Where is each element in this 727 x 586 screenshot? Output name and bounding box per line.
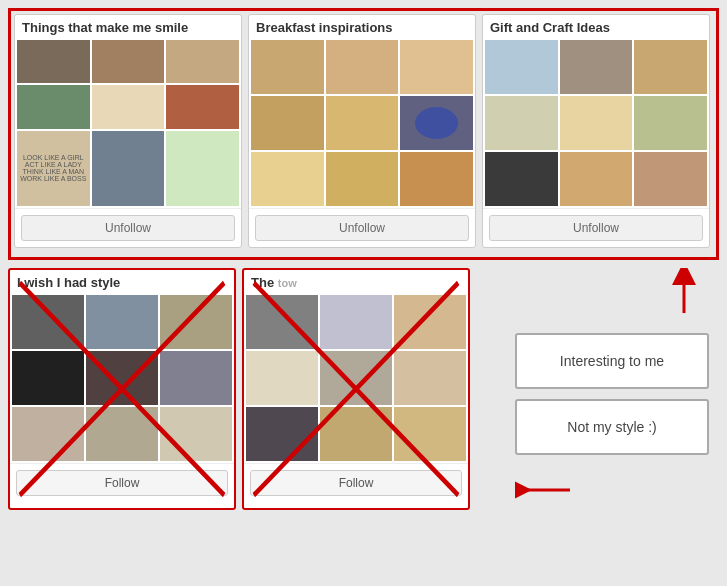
arrow-left-icon bbox=[515, 470, 575, 510]
top-row: Things that make me smile LOOK LIKE A GI… bbox=[14, 14, 713, 248]
image-cell bbox=[394, 295, 466, 349]
board-smile-title: Things that make me smile bbox=[15, 15, 241, 38]
board-the-title: The tow bbox=[244, 270, 468, 293]
tow-annotation: tow bbox=[278, 277, 297, 289]
image-cell bbox=[251, 96, 324, 150]
image-cell bbox=[320, 295, 392, 349]
board-the: The tow bbox=[242, 268, 470, 510]
image-cell bbox=[634, 40, 707, 94]
image-cell bbox=[92, 131, 165, 206]
image-cell bbox=[166, 131, 239, 206]
image-cell bbox=[86, 295, 158, 349]
arrow-up-icon bbox=[659, 268, 709, 318]
board-the-grid bbox=[244, 293, 468, 463]
board-craft-footer: Unfollow bbox=[483, 208, 709, 247]
image-cell bbox=[560, 152, 633, 206]
board-craft-grid bbox=[483, 38, 709, 208]
image-cell bbox=[17, 40, 90, 83]
image-cell bbox=[246, 351, 318, 405]
image-cell bbox=[560, 40, 633, 94]
image-cell bbox=[634, 152, 707, 206]
image-cell bbox=[251, 152, 324, 206]
image-cell bbox=[246, 407, 318, 461]
board-breakfast-grid bbox=[249, 38, 475, 208]
image-cell bbox=[12, 351, 84, 405]
image-cell bbox=[400, 152, 473, 206]
board-smile: Things that make me smile LOOK LIKE A GI… bbox=[14, 14, 242, 248]
bottom-left: I wish I had style bbox=[8, 268, 499, 510]
board-style-footer: Follow bbox=[10, 463, 234, 502]
board-craft: Gift and Craft Ideas Unfollow bbox=[482, 14, 710, 248]
image-cell bbox=[160, 295, 232, 349]
image-cell bbox=[634, 96, 707, 150]
image-cell bbox=[485, 96, 558, 150]
image-cell bbox=[251, 40, 324, 94]
unfollow-smile-button[interactable]: Unfollow bbox=[21, 215, 235, 241]
image-cell bbox=[560, 96, 633, 150]
not-style-button[interactable]: Not my style :) bbox=[515, 399, 709, 455]
board-style-grid bbox=[10, 293, 234, 463]
image-cell bbox=[166, 40, 239, 83]
board-breakfast-footer: Unfollow bbox=[249, 208, 475, 247]
image-cell bbox=[86, 407, 158, 461]
right-panel: Interesting to me Not my style :) bbox=[505, 268, 719, 510]
arrow-right-container bbox=[515, 470, 709, 510]
follow-style-button[interactable]: Follow bbox=[16, 470, 228, 496]
image-cell bbox=[326, 96, 399, 150]
image-cell bbox=[400, 40, 473, 94]
board-smile-footer: Unfollow bbox=[15, 208, 241, 247]
image-cell bbox=[394, 351, 466, 405]
image-cell bbox=[92, 85, 165, 128]
board-the-footer: Follow bbox=[244, 463, 468, 502]
image-cell bbox=[166, 85, 239, 128]
unfollow-craft-button[interactable]: Unfollow bbox=[489, 215, 703, 241]
board-breakfast-title: Breakfast inspirations bbox=[249, 15, 475, 38]
interesting-button[interactable]: Interesting to me bbox=[515, 333, 709, 389]
board-breakfast: Breakfast inspirations Unfollow bbox=[248, 14, 476, 248]
board-style-title: I wish I had style bbox=[10, 270, 234, 293]
image-cell bbox=[92, 40, 165, 83]
image-cell bbox=[326, 40, 399, 94]
image-cell bbox=[246, 295, 318, 349]
board-style: I wish I had style bbox=[8, 268, 236, 510]
image-cell bbox=[12, 295, 84, 349]
bottom-section: I wish I had style bbox=[8, 268, 719, 510]
image-cell bbox=[485, 152, 558, 206]
image-cell bbox=[160, 351, 232, 405]
image-cell bbox=[326, 152, 399, 206]
unfollow-breakfast-button[interactable]: Unfollow bbox=[255, 215, 469, 241]
image-cell bbox=[12, 407, 84, 461]
image-cell bbox=[17, 85, 90, 128]
image-cell bbox=[160, 407, 232, 461]
main-container: Things that make me smile LOOK LIKE A GI… bbox=[0, 0, 727, 518]
follow-the-button[interactable]: Follow bbox=[250, 470, 462, 496]
board-smile-grid: LOOK LIKE A GIRL ACT LIKE A LADY THINK L… bbox=[15, 38, 241, 208]
arrow-up-container bbox=[515, 268, 709, 318]
image-cell bbox=[485, 40, 558, 94]
board-craft-title: Gift and Craft Ideas bbox=[483, 15, 709, 38]
image-cell bbox=[394, 407, 466, 461]
image-cell bbox=[86, 351, 158, 405]
image-cell bbox=[320, 351, 392, 405]
image-cell bbox=[320, 407, 392, 461]
